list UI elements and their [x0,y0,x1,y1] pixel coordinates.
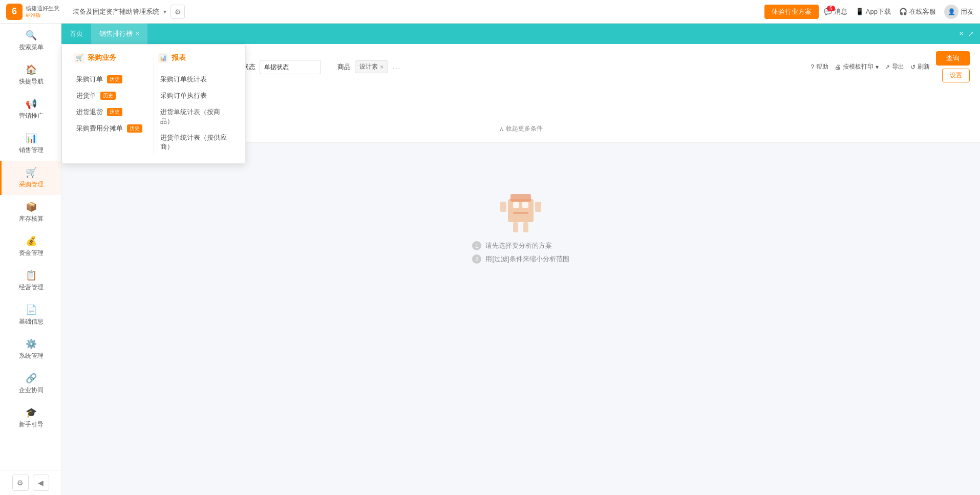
sidebar-item-system[interactable]: ⚙️ 系统管理 [0,332,61,367]
sidebar-label-search: 搜索菜单 [19,43,44,52]
system-title-area: 装备及固定资产辅助管理系统 ▾ ⚙ [73,5,759,19]
query-btn[interactable]: 查询 [936,51,970,66]
sidebar-item-enterprise[interactable]: 🔗 企业协同 [0,367,61,401]
help-btn[interactable]: ? 帮助 [811,62,828,71]
tab-actions: × ⤢ [953,24,980,44]
industry-btn[interactable]: 体验行业方案 [764,5,819,19]
svg-rect-4 [513,212,528,214]
logo-badge: 标准版 [26,12,59,18]
tip-text-1: 请先选择要分析的方案 [485,241,552,250]
purchase-dropdown-menu: 🛒 采购业务 采购订单 历史 进货单 历史 进货退货 历史 采购费用分摊单 历史 [61,44,246,164]
menu-purchase-cost[interactable]: 采购费用分摊单 历史 [74,120,150,137]
goods-label: 商品 [337,62,351,72]
refresh-btn[interactable]: ↺ 刷新 [910,62,930,71]
sidebar-item-finance[interactable]: 💰 资金管理 [0,229,61,264]
system-title-text: 装备及固定资产辅助管理系统 [73,7,159,16]
tab-maximize-btn[interactable]: ⤢ [968,30,974,38]
tip-num-2: 2 [472,254,481,264]
app-download-btn[interactable]: 📱 App下载 [856,7,891,16]
sidebar-item-operations[interactable]: 📋 经营管理 [0,264,61,298]
settings-btn[interactable]: 设置 [942,69,970,82]
report-col: 📊 报表 采购订单统计表 采购订单执行表 进货单统计表（按商品） 进货单统计表（… [154,53,238,155]
purchase-business-header: 🛒 采购业务 [74,53,150,66]
svg-rect-7 [513,222,518,232]
sidebar-settings-btn[interactable]: ⚙ [12,475,29,491]
svg-rect-1 [510,194,531,202]
menu-goods-stats-by-goods[interactable]: 进货单统计表（按商品） [158,104,233,130]
purchase-order-exec-label: 采购订单执行表 [160,91,207,100]
goods-area: 商品 设计素 × ... [337,60,401,73]
print-dropdown-icon: ▾ [876,63,879,71]
purchase-col-icon: 🛒 [74,53,84,63]
goods-more-dots[interactable]: ... [392,63,401,71]
svg-rect-2 [513,202,519,208]
online-service-label: 在线客服 [909,7,936,16]
export-btn[interactable]: ↗ 导出 [885,62,904,71]
toolbar-right: ? 帮助 🖨 按模板打印 ▾ ↗ 导出 ↺ [811,51,970,82]
app-download-label: App下载 [866,7,891,16]
print-label: 按模板打印 [843,62,874,71]
history-badge-3: 历史 [127,124,142,133]
doc-status-select[interactable]: 单据状态 [260,60,321,74]
tip-num-1: 1 [472,241,481,250]
empty-svg [490,184,551,235]
sidebar-item-purchase[interactable]: 🛒 采购管理 [0,161,61,195]
goods-tag-remove[interactable]: × [380,63,384,71]
sidebar-label-operations: 经营管理 [19,283,44,292]
logo-icon: 6 [6,4,23,20]
sidebar: 🔍 搜索菜单 🏠 快捷导航 📢 营销推广 📊 销售管理 🛒 采购管理 📦 库存核… [0,24,61,495]
system-settings-icon[interactable]: ⚙ [171,5,185,19]
menu-purchase-order-stats[interactable]: 采购订单统计表 [158,71,233,88]
print-btn[interactable]: 🖨 按模板打印 ▾ [835,62,879,71]
export-label: 导出 [892,62,904,71]
operations-icon: 📋 [26,270,37,281]
sidebar-label-guide: 新手引导 [19,420,44,429]
sidebar-item-marketing[interactable]: 📢 营销推广 [0,92,61,126]
tab-close-all-btn[interactable]: × [959,29,964,38]
system-dropdown-btn[interactable]: ▾ [163,8,166,15]
menu-goods-return[interactable]: 进货退货 历史 [74,104,150,120]
sidebar-item-inventory[interactable]: 📦 库存核算 [0,195,61,229]
menu-purchase-order-exec[interactable]: 采购订单执行表 [158,88,233,104]
purchase-order-stats-label: 采购订单统计表 [160,75,207,84]
tab-home-label: 首页 [70,29,83,38]
tab-bar: 首页 销售排行榜 × × ⤢ [61,24,980,44]
purchase-cost-label: 采购费用分摊单 [76,124,123,133]
tab-home[interactable]: 首页 [61,24,91,44]
messages-badge-wrap: 💬 5 [824,8,832,15]
sidebar-item-quick-nav[interactable]: 🏠 快捷导航 [0,58,61,92]
sidebar-collapse-btn[interactable]: ◀ [33,475,49,491]
inventory-icon: 📦 [26,201,37,212]
sidebar-label-marketing: 营销推广 [19,112,44,120]
menu-goods-stats-by-supplier[interactable]: 进货单统计表（按供应商） [158,130,233,155]
top-right-area: 💬 5 消息 📱 App下载 🎧 在线客服 👤 用友 [824,5,974,19]
sidebar-label-inventory: 库存核算 [19,214,44,223]
sidebar-item-basic-info[interactable]: 📄 基础信息 [0,298,61,332]
user-area[interactable]: 👤 用友 [944,5,974,19]
action-btn-group: 查询 设置 [936,51,970,82]
sidebar-item-search[interactable]: 🔍 搜索菜单 [0,24,61,58]
history-badge-0: 历史 [107,75,122,83]
guide-icon: 🎓 [26,407,37,418]
empty-tip-2: 2 用[过滤]条件来缩小分析范围 [472,254,569,264]
home-icon: 🏠 [26,64,37,75]
goods-stats-by-supplier-label: 进货单统计表（按供应商） [160,133,231,152]
menu-goods-receipt[interactable]: 进货单 历史 [74,88,150,104]
tab-sales-rank[interactable]: 销售排行榜 × [91,24,147,44]
refresh-icon: ↺ [910,63,915,71]
basic-info-icon: 📄 [26,304,37,315]
purchase-order-label: 采购订单 [76,75,103,84]
goods-return-label: 进货退货 [76,107,103,117]
menu-purchase-order[interactable]: 采购订单 历史 [74,71,150,88]
sidebar-label-system: 系统管理 [19,352,44,360]
goods-stats-by-goods-label: 进货单统计表（按商品） [160,107,231,126]
messages-btn[interactable]: 💬 5 消息 [824,7,847,16]
headset-icon: 🎧 [899,8,907,15]
sidebar-label-quick-nav: 快捷导航 [19,77,44,86]
online-service-btn[interactable]: 🎧 在线客服 [899,7,936,16]
empty-tip-1: 1 请先选择要分析的方案 [472,241,569,250]
tab-sales-rank-close[interactable]: × [136,30,139,37]
collapse-label: 收起更多条件 [506,124,543,133]
sidebar-item-sales[interactable]: 📊 销售管理 [0,126,61,161]
sidebar-item-guide[interactable]: 🎓 新手引导 [0,401,61,435]
